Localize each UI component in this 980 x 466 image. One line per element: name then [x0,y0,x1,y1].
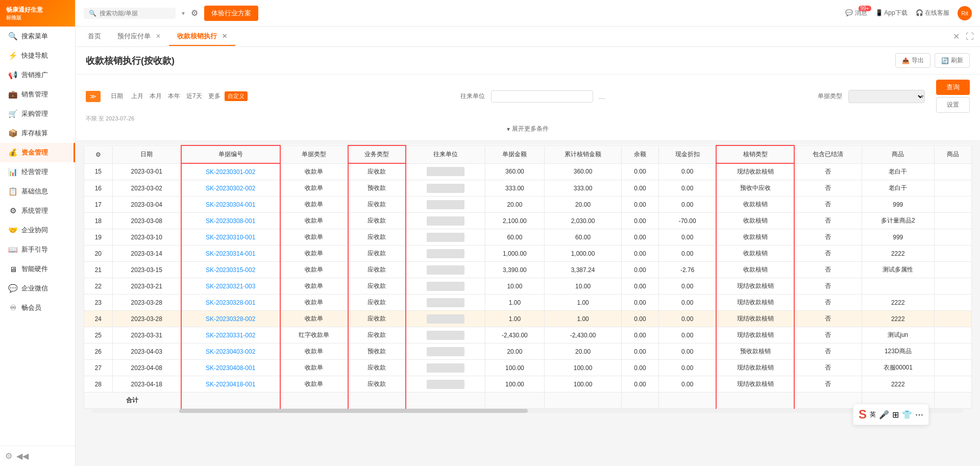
th-partner[interactable]: 往来单位 [406,145,485,163]
date-custom-btn[interactable]: 自定义 [225,91,248,101]
doc-no-link[interactable]: SK-20230308-001 [206,217,255,225]
filter-toggle-btn[interactable]: ≫ [86,91,101,102]
sidebar-item-企业协同[interactable]: 🤝企业协同 [0,220,75,240]
th-include-settled[interactable]: 包含已结清 [794,145,862,163]
sidebar-item-营销推广[interactable]: 📢营销推广 [0,65,75,85]
th-amount[interactable]: 单据金额 [485,145,544,163]
doc-no-link[interactable]: SK-20230321-003 [206,283,255,290]
doc-no-link[interactable]: SK-20230314-001 [206,250,255,257]
expand-more-btn[interactable]: ▾ 展开更多条件 [86,122,970,135]
doc-no-link[interactable]: SK-20230328-002 [206,315,255,323]
sidebar-item-智能硬件[interactable]: 🖥智能硬件 [0,259,75,279]
cell-doc-no: SK-20230408-001 [181,360,280,376]
scrollbar-thumb[interactable] [179,409,528,413]
table-row: 28 2023-04-18 SK-20230418-001 收款单 应收款 ██… [84,376,972,393]
date-btn-7days[interactable]: 近7天 [184,91,204,102]
query-button[interactable]: 查询 [936,80,970,95]
sidebar-label-2: 营销推广 [21,70,48,80]
grid-icon[interactable]: ⊞ [892,410,899,420]
app-download-btn[interactable]: 📱 App下载 [875,9,908,17]
sidebar-item-资金管理[interactable]: 💰资金管理 [0,143,75,162]
sidebar-icon-4: 🛒 [8,109,17,118]
cell-verified: 100.00 [545,360,622,376]
cell-include-settled: 否 [794,376,862,393]
sidebar-item-快捷导航[interactable]: ⚡快捷导航 [0,46,75,65]
user-avatar[interactable]: Rit [958,6,972,20]
doc-no-link[interactable]: SK-20230331-002 [206,332,255,339]
partner-ellipsis[interactable]: ... [599,92,605,101]
th-doc-no[interactable]: 单据编号 [181,145,280,163]
tab-home[interactable]: 首页 [80,28,109,46]
cell-balance: 0.00 [622,163,659,180]
shirt-icon[interactable]: 👕 [902,410,912,420]
doc-no-link[interactable]: SK-20230418-001 [206,381,255,388]
th-biz-type[interactable]: 业务类型 [348,145,406,163]
sidebar-item-搜索菜单[interactable]: 🔍搜索菜单 [0,27,75,46]
doc-no-link[interactable]: SK-20230310-001 [206,234,255,241]
sidebar-item-基础信息[interactable]: 📋基础信息 [0,182,75,201]
collapse-icon[interactable]: ◀◀ [16,451,29,461]
horizontal-scrollbar[interactable] [92,409,964,413]
cell-amount: 333.00 [485,180,544,197]
search-wrap[interactable]: 🔍 [84,8,176,19]
th-date[interactable]: 日期 [112,145,181,163]
date-btn-this-year[interactable]: 本年 [166,91,182,102]
sidebar-icon-8: 📋 [8,187,17,196]
doc-no-link[interactable]: SK-20230315-002 [206,266,255,274]
cell-goods1: 衣服00001 [862,360,934,376]
th-goods1[interactable]: 商品 [862,145,934,163]
th-doc-type[interactable]: 单据类型 [280,145,348,163]
date-btn-last-month[interactable]: 上月 [129,91,145,102]
sidebar-item-经营管理[interactable]: 📊经营管理 [0,162,75,182]
date-btn-more[interactable]: 更多 [206,91,223,102]
sidebar-item-库存核算[interactable]: 📦库存核算 [0,124,75,143]
doc-no-link[interactable]: SK-20230304-001 [206,201,255,208]
doc-type-select[interactable] [848,90,925,103]
doc-no-link[interactable]: SK-20230328-001 [206,299,255,306]
sidebar-item-企业微信[interactable]: 💬企业微信 [0,279,75,298]
settings-bottom-icon[interactable]: ⚙ [5,451,12,461]
cell-include-settled: 否 [794,262,862,278]
partner-input[interactable] [491,90,593,103]
more-icon[interactable]: ⋯ [915,410,923,420]
sidebar-item-畅会员[interactable]: ♾畅会员 [0,298,75,317]
summary-balance [622,393,659,409]
sidebar-item-新手引导[interactable]: 📖新手引导 [0,240,75,259]
solution-button[interactable]: 体验行业方案 [204,6,258,21]
doc-no-link[interactable]: SK-20230403-002 [206,348,255,355]
tab-collection-close[interactable]: ✕ [222,33,227,40]
tab-maximize-btn[interactable]: ⛶ [964,30,976,43]
search-input[interactable] [100,10,161,17]
setting-button[interactable]: 设置 [936,97,970,113]
tab-collection[interactable]: 收款核销执行 ✕ [169,28,235,46]
topbar-gear-icon[interactable]: ⚙ [191,8,198,18]
cell-discount: 0.00 [659,278,717,295]
doc-no-link[interactable]: SK-20230301-002 [206,168,255,176]
th-discount[interactable]: 现金折扣 [659,145,717,163]
tab-prepay[interactable]: 预付应付单 ✕ [109,28,169,46]
cell-balance: 0.00 [622,327,659,344]
message-btn[interactable]: 💬 消息 99+ [845,9,867,17]
th-settings[interactable]: ⚙ [84,145,113,163]
cell-amount: 1.00 [485,295,544,311]
th-balance[interactable]: 余额 [622,145,659,163]
refresh-button[interactable]: 🔄 刷新 [935,53,970,68]
doc-no-link[interactable]: SK-20230408-001 [206,364,255,372]
cell-doc-type: 收款单 [280,246,348,262]
doc-no-link[interactable]: SK-20230302-002 [206,185,255,192]
sidebar-item-采购管理[interactable]: 🛒采购管理 [0,104,75,124]
export-button[interactable]: 📤 导出 [895,53,930,68]
tab-close-all-btn[interactable]: ✕ [951,30,962,43]
th-goods2[interactable]: 商品 [934,145,971,163]
online-service-btn[interactable]: 🎧 在线客服 [916,9,949,17]
th-verified[interactable]: 累计核销金额 [545,145,622,163]
date-btn-this-month[interactable]: 本月 [148,91,164,102]
cell-amount: 100.00 [485,360,544,376]
sidebar-item-系统管理[interactable]: ⚙系统管理 [0,201,75,220]
cell-balance: 0.00 [622,311,659,327]
sidebar-item-销售管理[interactable]: 💼销售管理 [0,85,75,104]
cell-partner: ████ [406,327,485,344]
tab-prepay-close[interactable]: ✕ [156,33,161,40]
mic-icon[interactable]: 🎤 [879,410,889,420]
th-verify-type[interactable]: 核销类型 [716,145,794,163]
